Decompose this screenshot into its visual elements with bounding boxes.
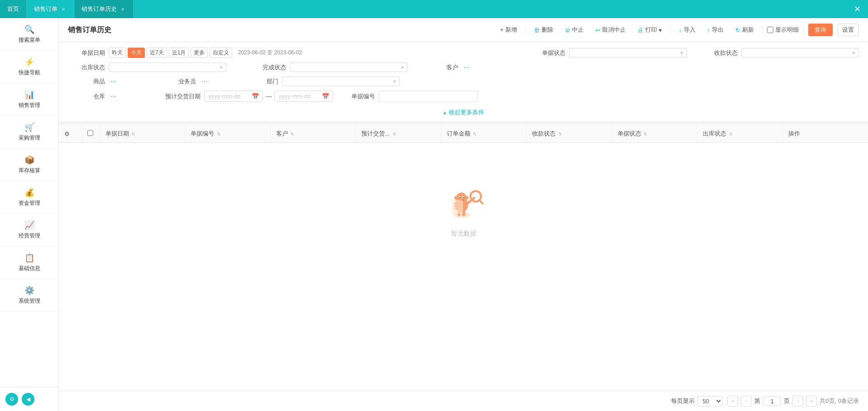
display-detail-toggle[interactable]: 显示明细 bbox=[767, 26, 799, 34]
th-no[interactable]: 单据编号 ⇅ bbox=[185, 125, 271, 143]
query-button-label: 查询 bbox=[815, 26, 826, 33]
sidebar-item-search-menu-label: 搜索菜单 bbox=[19, 36, 40, 44]
tab-sales-order-close[interactable]: ✕ bbox=[60, 6, 67, 12]
th-warehouse-status[interactable]: 出库状态 ⇅ bbox=[697, 125, 783, 143]
order-status-select[interactable]: ▾ bbox=[569, 48, 687, 58]
top-bar: 首页 销售订单 ✕ 销售订单历史 ✕ ✕ bbox=[0, 0, 868, 18]
warehouse-status-arrow: ▾ bbox=[220, 65, 222, 70]
expected-date-end-input[interactable]: yyyy-mm-dd 📅 bbox=[274, 91, 333, 102]
th-expected-date[interactable]: 预计交货... ⇅ bbox=[356, 125, 441, 143]
collapse-up-icon: ▲ bbox=[443, 110, 447, 115]
cancel-stop-button[interactable]: ↩ 取消中止 bbox=[592, 24, 629, 36]
import-button[interactable]: ↓ 导入 bbox=[675, 24, 699, 36]
sidebar-item-quick-nav[interactable]: ⚡ 快捷导航 bbox=[0, 51, 58, 83]
th-order-status[interactable]: 单据状态 ⇅ bbox=[612, 125, 697, 143]
filter-row-1: 单据日期 昨天 今天 近7天 近1月 更多 自定义 2023-06-02 至 2… bbox=[68, 48, 859, 58]
prev-page-button[interactable]: ‹ bbox=[741, 396, 752, 406]
stop-button[interactable]: ⊘ 中止 bbox=[561, 24, 587, 36]
sidebar-item-base-info[interactable]: 📋 基础信息 bbox=[0, 247, 58, 279]
sidebar-item-sales-mgmt[interactable]: 📊 销售管理 bbox=[0, 83, 58, 116]
department-select[interactable]: ▾ bbox=[282, 77, 400, 86]
sidebar-item-capital-mgmt[interactable]: 💰 资金管理 bbox=[0, 181, 58, 214]
payment-status-select[interactable]: ▾ bbox=[741, 48, 859, 58]
tab-sales-order-history[interactable]: 销售订单历史 ✕ bbox=[74, 0, 134, 18]
th-actions-label: 操作 bbox=[788, 130, 800, 137]
main-layout: 🔍 搜索菜单 ⚡ 快捷导航 📊 销售管理 🛒 采购管理 📦 库存核算 💰 资金管… bbox=[0, 18, 868, 411]
sidebar-item-system-mgmt[interactable]: ⚙️ 系统管理 bbox=[0, 279, 58, 312]
print-dropdown-icon[interactable]: ▾ bbox=[659, 27, 662, 34]
svg-point-10 bbox=[465, 196, 468, 200]
svg-rect-15 bbox=[451, 200, 463, 214]
date-dash: — bbox=[266, 93, 272, 100]
th-order-status-label: 单据状态 bbox=[618, 130, 641, 137]
customer-dots[interactable]: ··· bbox=[462, 63, 471, 72]
select-all-checkbox[interactable] bbox=[87, 130, 93, 136]
collapse-btn[interactable]: ▲ 收起更多条件 bbox=[68, 106, 859, 120]
sidebar-settings-icon[interactable]: ⚙ bbox=[5, 393, 18, 406]
settings-button[interactable]: 设置 bbox=[837, 24, 859, 36]
sidebar-item-inventory[interactable]: 📦 库存核算 bbox=[0, 149, 58, 181]
print-button[interactable]: 🖨 打印 ▾ bbox=[634, 24, 666, 36]
refresh-button[interactable]: ↻ 刷新 bbox=[732, 24, 758, 36]
salesperson-label: 业务员 bbox=[163, 77, 200, 86]
warehouse-dots[interactable]: ··· bbox=[109, 92, 118, 101]
page-input[interactable] bbox=[763, 396, 781, 406]
th-settings[interactable]: ⚙ bbox=[59, 125, 82, 143]
th-checkbox[interactable] bbox=[82, 125, 100, 143]
date-btn-today[interactable]: 今天 bbox=[128, 48, 145, 58]
date-btn-yesterday[interactable]: 昨天 bbox=[109, 48, 126, 58]
warehouse-status-select[interactable]: ▾ bbox=[109, 63, 226, 72]
tab-home[interactable]: 首页 bbox=[0, 0, 27, 18]
th-payment-status[interactable]: 收款状态 ⇅ bbox=[527, 125, 612, 143]
tab-sales-order-history-close[interactable]: ✕ bbox=[120, 6, 126, 12]
delete-button[interactable]: 🗑 删除 bbox=[530, 24, 557, 36]
sidebar-item-operations[interactable]: 📈 经营管理 bbox=[0, 214, 58, 247]
complete-status-label: 完成状态 bbox=[254, 63, 290, 72]
date-btn-1month[interactable]: 近1月 bbox=[169, 48, 189, 58]
sidebar: 🔍 搜索菜单 ⚡ 快捷导航 📊 销售管理 🛒 采购管理 📦 库存核算 💰 资金管… bbox=[0, 18, 59, 411]
order-status-arrow: ▾ bbox=[681, 50, 683, 55]
collapse-label: 收起更多条件 bbox=[449, 108, 484, 116]
customer-label: 客户 bbox=[435, 63, 462, 72]
goods-label: 商品 bbox=[68, 77, 109, 86]
footer-page-size: 每页显示 50 10 20 100 bbox=[671, 396, 723, 406]
inventory-icon: 📦 bbox=[24, 155, 34, 165]
sidebar-item-search-menu[interactable]: 🔍 搜索菜单 bbox=[0, 18, 58, 51]
table-header-row: ⚙ 单据日期 ⇅ 单据编号 ⇅ bbox=[59, 125, 868, 143]
export-button[interactable]: ↑ 导出 bbox=[704, 24, 728, 36]
warehouse-label: 仓库 bbox=[68, 92, 109, 101]
new-button[interactable]: + 新增 bbox=[497, 24, 521, 36]
query-button[interactable]: 查询 bbox=[808, 24, 833, 36]
expected-date-start-placeholder: yyyy-mm-dd bbox=[208, 93, 240, 100]
sidebar-item-purchase-mgmt[interactable]: 🛒 采购管理 bbox=[0, 116, 58, 149]
last-page-button[interactable]: » bbox=[806, 396, 817, 406]
purchase-mgmt-icon: 🛒 bbox=[24, 122, 34, 132]
first-page-button[interactable]: « bbox=[727, 396, 738, 406]
next-page-button[interactable]: › bbox=[792, 396, 803, 406]
complete-status-select[interactable]: ▾ bbox=[290, 63, 408, 72]
date-btn-custom[interactable]: 自定义 bbox=[210, 48, 232, 58]
order-no-input[interactable] bbox=[379, 91, 478, 102]
th-amount-label: 订单金额 bbox=[447, 130, 470, 137]
goods-dots[interactable]: ··· bbox=[109, 77, 118, 86]
print-button-label: 打印 bbox=[645, 26, 657, 34]
sidebar-item-system-mgmt-label: 系统管理 bbox=[19, 297, 40, 305]
toolbar-divider-4 bbox=[803, 26, 804, 34]
salesperson-dots[interactable]: ··· bbox=[200, 77, 209, 86]
tab-sales-order-label: 销售订单 bbox=[34, 5, 58, 13]
complete-status-arrow: ▾ bbox=[401, 65, 403, 70]
th-date[interactable]: 单据日期 ⇅ bbox=[100, 125, 185, 143]
refresh-button-label: 刷新 bbox=[742, 26, 754, 34]
expected-date-start-input[interactable]: yyyy-mm-dd 📅 bbox=[204, 91, 263, 102]
tab-sales-order[interactable]: 销售订单 ✕ bbox=[27, 0, 74, 18]
sidebar-toggle-icon[interactable]: ◀ bbox=[22, 393, 34, 406]
date-btn-more[interactable]: 更多 bbox=[191, 48, 208, 58]
settings-icon: ⚙ bbox=[64, 131, 70, 137]
th-amount[interactable]: 订单金额 ⇅ bbox=[441, 125, 527, 143]
window-close-icon[interactable]: ✕ bbox=[852, 2, 863, 16]
per-page-select[interactable]: 50 10 20 100 bbox=[697, 396, 723, 406]
display-detail-checkbox[interactable] bbox=[767, 27, 773, 33]
date-btn-7days[interactable]: 近7天 bbox=[147, 48, 167, 58]
th-customer[interactable]: 客户 ⇅ bbox=[270, 125, 356, 143]
sales-mgmt-icon: 📊 bbox=[24, 90, 34, 100]
